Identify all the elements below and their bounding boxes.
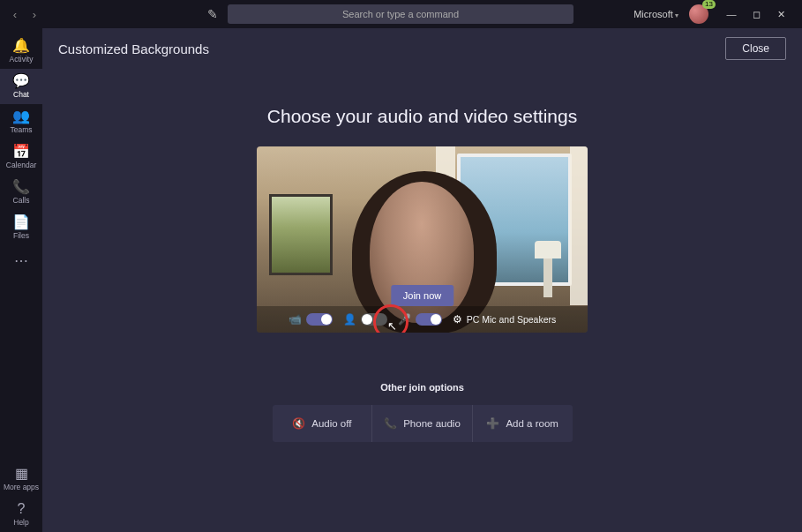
rail-teams[interactable]: 👥 Teams: [0, 104, 42, 139]
help-icon: ?: [18, 502, 26, 516]
gear-icon: ⚙: [453, 313, 462, 326]
mic-toggle[interactable]: [416, 313, 442, 326]
page-title: Customized Backgrounds: [58, 41, 209, 56]
search-input[interactable]: Search or type a command: [228, 4, 573, 24]
rail-label: Help: [13, 518, 28, 527]
background-toggle[interactable]: [361, 313, 387, 326]
rail-label: More apps: [4, 483, 39, 491]
rail-chat[interactable]: 💬 Chat: [0, 69, 42, 104]
org-switcher[interactable]: Microsoft: [633, 9, 678, 19]
rail-label: Chat: [13, 90, 29, 99]
join-now-button[interactable]: Join now: [391, 285, 453, 306]
phone-audio-icon: 📞: [384, 417, 397, 430]
rail-more-icon[interactable]: ⋯: [14, 245, 28, 276]
add-room-icon: ➕: [486, 417, 499, 430]
phone-icon: 📞: [12, 180, 30, 194]
rail-more-apps[interactable]: ▦ More apps: [0, 461, 42, 497]
rail-label: Calendar: [6, 161, 37, 169]
mic-control: 🎤: [398, 313, 442, 326]
option-audio-off[interactable]: 🔇 Audio off: [273, 405, 372, 442]
preview-decor: [543, 257, 552, 297]
rail-help[interactable]: ? Help: [0, 497, 42, 532]
titlebar: ‹ › ✎ Search or type a command Microsoft…: [0, 0, 802, 28]
compose-icon[interactable]: ✎: [207, 7, 218, 21]
nav-back-button[interactable]: ‹: [7, 6, 23, 22]
camera-toggle[interactable]: [306, 313, 333, 326]
background-control: 👤: [343, 313, 387, 326]
prejoin-title: Choose your audio and video settings: [42, 106, 802, 127]
preview-decor: [570, 146, 588, 305]
files-icon: 📄: [12, 215, 30, 229]
rail-label: Teams: [10, 125, 32, 134]
camera-preview: Join now 📹 👤 🎤 ⚙ PC Mic and Speakers: [257, 146, 588, 333]
teams-icon: 👥: [12, 109, 30, 124]
device-settings[interactable]: ⚙ PC Mic and Speakers: [453, 313, 557, 326]
background-blur-icon: 👤: [343, 313, 356, 326]
device-label: PC Mic and Speakers: [467, 314, 557, 325]
rail-files[interactable]: 📄 Files: [0, 210, 42, 245]
apps-icon: ▦: [15, 467, 28, 481]
rail-calls[interactable]: 📞 Calls: [0, 175, 42, 210]
option-label: Add a room: [506, 418, 558, 429]
close-button[interactable]: Close: [725, 37, 786, 60]
content-area: Customized Backgrounds Close Choose your…: [42, 28, 802, 532]
audio-off-icon: 🔇: [292, 417, 305, 430]
subheader: Customized Backgrounds Close: [42, 28, 802, 69]
window-close-button[interactable]: ✕: [768, 5, 793, 23]
rail-calendar[interactable]: 📅 Calendar: [0, 139, 42, 175]
calendar-icon: 📅: [12, 145, 30, 159]
window-minimize-button[interactable]: —: [719, 5, 744, 23]
bell-icon: 🔔: [12, 39, 30, 53]
option-add-room[interactable]: ➕ Add a room: [472, 405, 573, 442]
camera-icon: 📹: [289, 313, 302, 326]
other-options-label: Other join options: [42, 382, 802, 393]
rail-label: Calls: [13, 196, 30, 205]
option-label: Phone audio: [403, 418, 461, 429]
other-options-row: 🔇 Audio off 📞 Phone audio ➕ Add a room: [273, 405, 573, 442]
option-label: Audio off: [311, 418, 351, 429]
prejoin-panel: Choose your audio and video settings Joi…: [42, 69, 802, 442]
avatar[interactable]: 13: [689, 4, 708, 24]
preview-decor: [269, 194, 333, 275]
mic-icon: 🎤: [398, 313, 411, 326]
app-rail: 🔔 Activity 💬 Chat 👥 Teams 📅 Calendar 📞 C…: [0, 28, 42, 532]
chat-icon: 💬: [12, 74, 30, 88]
prejoin-controls: 📹 👤 🎤 ⚙ PC Mic and Speakers: [257, 306, 588, 333]
avatar-badge: 13: [702, 0, 716, 9]
nav-forward-button[interactable]: ›: [26, 6, 42, 22]
camera-control: 📹: [289, 313, 333, 326]
rail-label: Files: [13, 231, 29, 240]
option-phone-audio[interactable]: 📞 Phone audio: [371, 405, 472, 442]
rail-label: Activity: [10, 55, 34, 64]
window-maximize-button[interactable]: ◻: [744, 5, 768, 23]
rail-activity[interactable]: 🔔 Activity: [0, 34, 42, 69]
